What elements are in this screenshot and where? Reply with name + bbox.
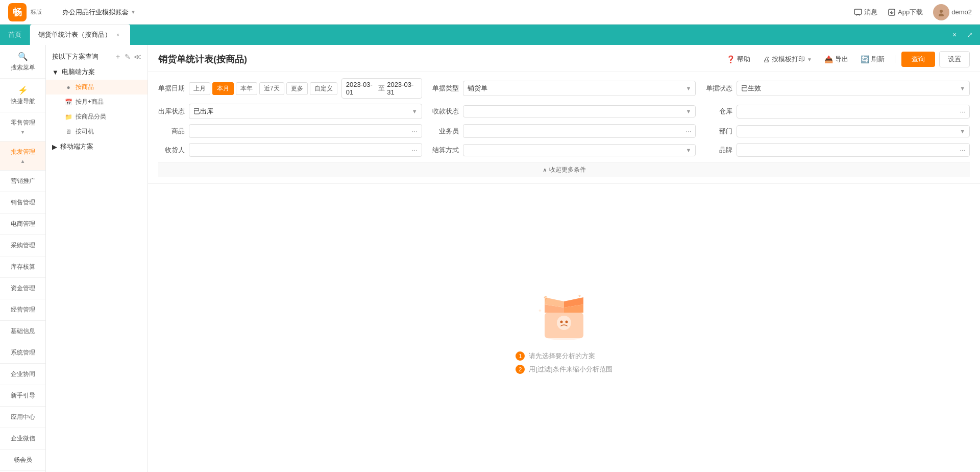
- help-btn[interactable]: ❓ 帮助: [722, 53, 754, 66]
- print-arrow-icon: ▼: [807, 57, 812, 62]
- brand-dots-icon: ···: [960, 146, 965, 154]
- sidebar-item-sales[interactable]: 销售管理: [0, 192, 45, 214]
- refresh-btn[interactable]: 🔄 刷新: [856, 53, 889, 66]
- sidebar-item-label: 资金管理: [11, 284, 35, 293]
- filter-doc-type: 单据类型 销货单 ▼: [432, 81, 696, 96]
- sidebar-item-search-menu[interactable]: 🔍 搜索菜单: [0, 45, 45, 79]
- workspace-selector[interactable]: 办公用品行业模拟账套 ▼: [62, 8, 136, 17]
- staff-control[interactable]: ···: [463, 124, 696, 138]
- dept-control[interactable]: ▼: [737, 125, 970, 137]
- product-control[interactable]: ···: [189, 124, 422, 138]
- print-label: 按模板打印: [772, 55, 805, 64]
- avatar: [933, 4, 949, 20]
- filter-receipt-status: 收款状态 ▼: [432, 105, 696, 117]
- tree-parent-mobile[interactable]: ▶ 移动端方案: [46, 139, 148, 154]
- doc-status-label: 单据状态: [706, 84, 737, 93]
- sidebar-item-label: 电商管理: [11, 220, 35, 228]
- scheme-label: 按司机: [76, 127, 94, 136]
- user-profile[interactable]: demo2: [933, 4, 972, 20]
- svg-point-3: [940, 10, 943, 13]
- sidebar-item-label: 搜索菜单: [11, 63, 35, 72]
- out-status-control[interactable]: 已出库 ▼: [189, 104, 422, 119]
- quick-this-month[interactable]: 本月: [212, 82, 234, 95]
- payment-arrow-icon: ▼: [685, 147, 691, 153]
- brand-control[interactable]: ···: [737, 143, 970, 157]
- tab-close-all-btn[interactable]: ×: [948, 29, 961, 41]
- sidebar-item-system[interactable]: 系统管理: [0, 342, 45, 364]
- panel-add-icon[interactable]: ＋: [114, 52, 121, 61]
- export-icon: 📤: [824, 55, 833, 63]
- message-btn[interactable]: 消息: [854, 8, 877, 17]
- payment-control[interactable]: ▼: [463, 144, 696, 156]
- export-label: 导出: [835, 55, 848, 64]
- scheme-by-month-product[interactable]: 📅 按月+商品: [46, 95, 148, 109]
- help-icon: ❓: [726, 55, 735, 63]
- help-label: 帮助: [737, 55, 750, 64]
- sidebar-item-vip[interactable]: 畅会员: [0, 450, 45, 471]
- doc-status-control[interactable]: 已生效 ▼: [737, 81, 970, 96]
- date-input-range[interactable]: 2023-03-01 至 2023-03-31: [341, 78, 422, 99]
- sidebar-item-retail[interactable]: 零售管理 ▼: [0, 112, 45, 141]
- warehouse-dots-icon: ···: [960, 108, 965, 115]
- scheme-label: 按商品: [76, 83, 94, 91]
- warehouse-control[interactable]: ···: [737, 105, 970, 119]
- empty-state: ? * + 1 请先选择要分析的方案 2 用[过滤]条件来缩小分析范围: [148, 184, 980, 472]
- quick-this-year[interactable]: 本年: [236, 82, 257, 95]
- sidebar-item-label: 快捷导航: [11, 97, 35, 106]
- receipt-status-control[interactable]: ▼: [463, 105, 696, 117]
- sidebar-item-label: 系统管理: [11, 348, 35, 357]
- sidebar-item-finance[interactable]: 资金管理: [0, 278, 45, 299]
- sidebar-item-ent-wechat[interactable]: 企业微信: [0, 428, 45, 450]
- workspace-arrow: ▼: [131, 9, 136, 15]
- sidebar-item-inventory[interactable]: 库存核算: [0, 256, 45, 278]
- panel-edit-icon[interactable]: ✎: [125, 53, 131, 61]
- scheme-label: 按商品分类: [76, 112, 106, 121]
- empty-tip-1: 1 请先选择要分析的方案: [516, 351, 612, 361]
- collapse-btn[interactable]: ∧ 收起更多条件: [158, 162, 970, 177]
- scheme-icon-cashier: 🖥: [64, 128, 72, 136]
- print-template-btn[interactable]: 🖨 按模板打印 ▼: [758, 53, 816, 66]
- sidebar-item-collab[interactable]: 企业协同: [0, 364, 45, 385]
- receiver-control[interactable]: ···: [189, 143, 422, 157]
- quick-custom[interactable]: 自定义: [310, 82, 337, 95]
- sidebar-item-marketing[interactable]: 营销推广: [0, 171, 45, 192]
- scheme-by-cashier[interactable]: 🖥 按司机: [46, 124, 148, 139]
- tab-expand-btn[interactable]: ⤢: [964, 29, 976, 41]
- quick-last-month[interactable]: 上月: [189, 82, 210, 95]
- doc-status-value: 已生效: [741, 84, 958, 93]
- sidebar-item-quick-nav[interactable]: ⚡ 快捷导航: [0, 79, 45, 112]
- sidebar-item-basic[interactable]: 基础信息: [0, 321, 45, 342]
- scheme-by-product[interactable]: ● 按商品: [46, 80, 148, 95]
- tip1-text: 请先选择要分析的方案: [529, 351, 595, 361]
- sidebar-item-label: 经营管理: [11, 305, 35, 314]
- tab-close-btn[interactable]: ×: [114, 31, 121, 38]
- query-button[interactable]: 查询: [901, 52, 935, 67]
- tab-sales-stat[interactable]: 销货单统计表（按商品） ×: [30, 25, 130, 45]
- settings-button[interactable]: 设置: [939, 51, 970, 67]
- sidebar-item-guide[interactable]: 新手引导: [0, 385, 45, 407]
- sidebar-item-label: 销售管理: [11, 198, 35, 207]
- export-btn[interactable]: 📤 导出: [820, 53, 852, 66]
- scheme-by-category[interactable]: 📁 按商品分类: [46, 109, 148, 124]
- tree-parent-label: 电脑端方案: [62, 67, 95, 77]
- sidebar-item-purchase[interactable]: 采购管理: [0, 235, 45, 256]
- tab-home[interactable]: 首页: [0, 25, 30, 45]
- filter-out-status: 出库状态 已出库 ▼: [158, 104, 422, 119]
- sidebar-item-operations[interactable]: 经营管理: [0, 299, 45, 321]
- doc-type-control[interactable]: 销货单 ▼: [463, 81, 696, 96]
- quick-more[interactable]: 更多: [286, 82, 308, 95]
- filter-staff: 业务员 ···: [432, 124, 696, 138]
- panel-collapse-icon[interactable]: ≪: [134, 53, 141, 61]
- sidebar-item-label: 新手引导: [11, 391, 35, 400]
- sidebar-item-ecom[interactable]: 电商管理: [0, 214, 45, 235]
- app-download-btn[interactable]: App下载: [888, 8, 923, 17]
- filter-doc-status: 单据状态 已生效 ▼: [706, 81, 970, 96]
- tree-parent-pc[interactable]: ▼ 电脑端方案: [46, 64, 148, 80]
- sidebar-item-wholesale[interactable]: 批发管理 ▲: [0, 141, 45, 171]
- sidebar-item-app-center[interactable]: 应用中心: [0, 407, 45, 428]
- empty-tip-2: 2 用[过滤]条件来缩小分析范围: [516, 365, 612, 374]
- doc-type-value: 销货单: [468, 84, 684, 93]
- filter-row-3: 商品 ··· 业务员 ··· 部门: [158, 124, 970, 138]
- tree-parent-mobile-label: 移动端方案: [60, 142, 93, 151]
- quick-last-7[interactable]: 近7天: [259, 82, 284, 95]
